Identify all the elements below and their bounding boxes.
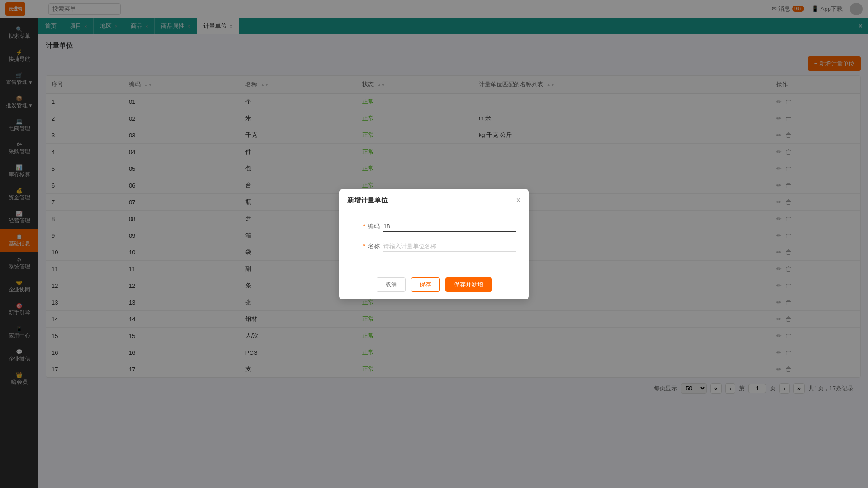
- form-row-name: * 名称: [352, 241, 516, 252]
- name-label-text: 名称: [368, 243, 380, 249]
- modal-header: 新增计量单位 ×: [339, 189, 529, 210]
- cancel-button[interactable]: 取消: [377, 277, 406, 292]
- save-button[interactable]: 保存: [411, 277, 440, 292]
- name-required-mark: *: [363, 243, 365, 249]
- code-label-text: 编码: [368, 223, 380, 230]
- modal-footer: 取消 保存 保存并新增: [339, 272, 529, 299]
- name-input[interactable]: [383, 241, 516, 252]
- modal-body: * 编码 * 名称: [339, 210, 529, 272]
- add-unit-modal: 新增计量单位 × * 编码 * 名称 取消 保存 保存并新增: [339, 189, 529, 299]
- code-input[interactable]: [383, 221, 516, 232]
- save-and-add-button[interactable]: 保存并新增: [445, 277, 492, 292]
- modal-overlay[interactable]: 新增计量单位 × * 编码 * 名称 取消 保存 保存并新增: [0, 0, 868, 488]
- modal-close-button[interactable]: ×: [516, 196, 521, 205]
- modal-title: 新增计量单位: [347, 196, 388, 205]
- code-label: * 编码: [352, 222, 383, 230]
- name-label: * 名称: [352, 242, 383, 250]
- code-required-mark: *: [363, 223, 365, 230]
- form-row-code: * 编码: [352, 221, 516, 232]
